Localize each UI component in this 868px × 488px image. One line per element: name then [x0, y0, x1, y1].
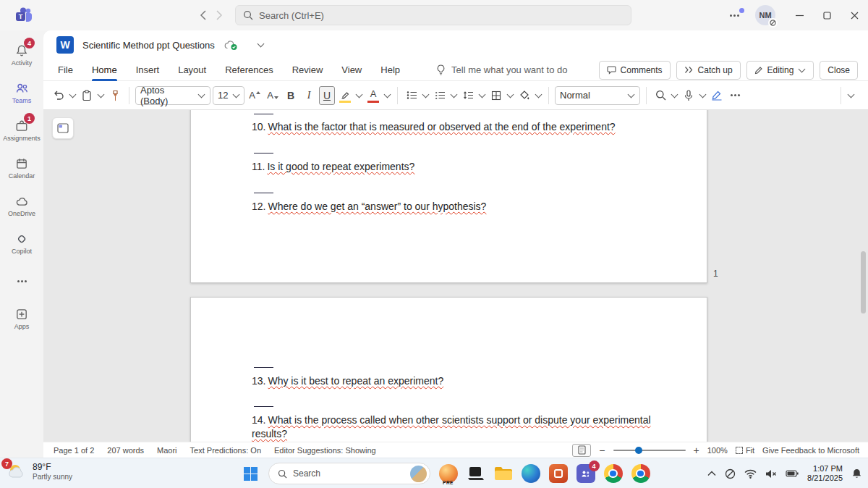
- file-explorer-icon[interactable]: [493, 464, 513, 484]
- line-spacing-chevron-icon[interactable]: [479, 91, 486, 98]
- borders-button[interactable]: [488, 86, 504, 105]
- maximize-button[interactable]: [813, 0, 841, 30]
- sidebar-item-more[interactable]: [1, 262, 42, 300]
- numbering-button[interactable]: [432, 86, 448, 105]
- line-spacing-button[interactable]: [460, 86, 476, 105]
- highlight-color-button[interactable]: [337, 86, 353, 105]
- bullets-chevron-icon[interactable]: [422, 91, 430, 98]
- minimize-button[interactable]: [786, 0, 813, 30]
- volume-muted-icon[interactable]: [765, 469, 777, 479]
- page-2[interactable]: 13.Why is it best to repeat an experimen…: [190, 297, 707, 442]
- sidebar-item-calendar[interactable]: Calendar: [1, 149, 42, 187]
- teams-search[interactable]: [235, 5, 631, 25]
- clock[interactable]: 1:07 PM 8/21/2025: [807, 464, 843, 483]
- menu-help[interactable]: Help: [380, 59, 400, 81]
- zoom-slider-handle[interactable]: [635, 447, 642, 454]
- bold-button[interactable]: B: [283, 86, 299, 105]
- battery-icon[interactable]: [786, 470, 799, 477]
- do-not-disturb-icon[interactable]: [725, 468, 736, 479]
- title-chevron-down-icon[interactable]: [257, 41, 264, 48]
- find-chevron-icon[interactable]: [671, 91, 678, 98]
- find-button[interactable]: [652, 86, 668, 105]
- paste-button[interactable]: [79, 86, 95, 105]
- chrome-profile-icon[interactable]: [631, 464, 650, 484]
- device-app-icon[interactable]: [466, 464, 485, 484]
- weather-widget[interactable]: 7 89°F Partly sunny: [6, 461, 72, 483]
- underline-button[interactable]: U: [319, 86, 335, 105]
- status-language[interactable]: Maori: [157, 446, 177, 455]
- dictate-button[interactable]: [681, 86, 697, 105]
- wifi-icon[interactable]: [744, 469, 757, 479]
- document-canvas[interactable]: 10.What is the factor that is measured o…: [43, 110, 868, 442]
- shrink-font-button[interactable]: A: [265, 86, 281, 105]
- zoom-slider[interactable]: [613, 450, 686, 451]
- font-color-button[interactable]: A: [365, 86, 381, 105]
- sidebar-item-assignments[interactable]: 1 Assignments: [1, 112, 42, 149]
- undo-button[interactable]: [51, 86, 67, 105]
- status-word-count[interactable]: 207 words: [107, 446, 144, 455]
- status-editor-suggestions[interactable]: Editor Suggestions: Showing: [274, 446, 376, 455]
- answer-blank[interactable]: [254, 114, 273, 114]
- styles-select[interactable]: Normal: [555, 86, 640, 105]
- question-line[interactable]: 13.Why is it best to repeat an experimen…: [252, 374, 652, 388]
- answer-blank[interactable]: [254, 406, 273, 407]
- format-painter-button[interactable]: [107, 86, 123, 105]
- editing-mode-button[interactable]: Editing: [746, 61, 814, 80]
- titlebar-more-icon[interactable]: [722, 14, 746, 17]
- forward-arrow-icon[interactable]: [216, 10, 223, 20]
- document-title[interactable]: Scientific Method ppt Questions: [82, 40, 215, 51]
- taskbar-search[interactable]: Search: [268, 463, 430, 484]
- app-store-icon[interactable]: [548, 464, 568, 484]
- search-highlight-image[interactable]: [410, 466, 427, 482]
- avatar[interactable]: NM: [755, 5, 775, 25]
- menu-layout[interactable]: Layout: [178, 59, 206, 81]
- sidebar-item-apps[interactable]: Apps: [1, 300, 42, 337]
- start-button[interactable]: [241, 464, 260, 484]
- notification-bell-icon[interactable]: [851, 468, 862, 479]
- vertical-scrollbar[interactable]: [861, 251, 866, 314]
- status-page-count[interactable]: Page 1 of 2: [54, 446, 94, 455]
- status-text-predictions[interactable]: Text Predictions: On: [190, 446, 261, 455]
- borders-chevron-icon[interactable]: [507, 91, 514, 98]
- font-name-select[interactable]: Aptos (Body): [135, 86, 210, 105]
- menu-file[interactable]: File: [58, 59, 73, 81]
- menu-insert[interactable]: Insert: [136, 59, 160, 81]
- comments-button[interactable]: Comments: [599, 61, 671, 80]
- shading-chevron-icon[interactable]: [535, 91, 542, 98]
- close-document-button[interactable]: Close: [820, 61, 858, 80]
- zoom-out-button[interactable]: −: [599, 445, 605, 456]
- catch-up-button[interactable]: Catch up: [676, 61, 741, 80]
- ribbon-more-button[interactable]: [727, 86, 743, 105]
- tray-expand-chevron-icon[interactable]: [707, 471, 716, 476]
- teams-search-input[interactable]: [259, 10, 624, 21]
- chrome-icon[interactable]: [603, 464, 623, 484]
- numbering-chevron-icon[interactable]: [451, 91, 458, 98]
- italic-button[interactable]: I: [301, 86, 317, 105]
- answer-blank[interactable]: [254, 367, 273, 368]
- highlight-chevron-icon[interactable]: [356, 91, 363, 98]
- paste-chevron-icon[interactable]: [98, 91, 105, 98]
- teams-taskbar-icon[interactable]: 4: [576, 464, 595, 484]
- zoom-in-button[interactable]: +: [694, 445, 699, 456]
- menu-view[interactable]: View: [341, 59, 362, 81]
- question-line[interactable]: 12.Where do we get an “answer” to our hy…: [252, 200, 652, 214]
- sidebar-item-activity[interactable]: 4 Activity: [1, 36, 42, 74]
- font-color-chevron-icon[interactable]: [384, 91, 391, 98]
- ribbon-collapse-chevron-icon[interactable]: [848, 91, 855, 98]
- answer-blank[interactable]: [254, 153, 273, 153]
- question-line[interactable]: 14.What is the process called when other…: [252, 413, 652, 441]
- back-arrow-icon[interactable]: [200, 10, 206, 20]
- editor-button[interactable]: [709, 86, 725, 105]
- zoom-level[interactable]: 100%: [707, 446, 728, 455]
- bullets-button[interactable]: [404, 86, 420, 105]
- print-layout-view-button[interactable]: [572, 444, 591, 457]
- undo-chevron-icon[interactable]: [69, 91, 77, 98]
- question-line[interactable]: 10.What is the factor that is measured o…: [252, 120, 652, 134]
- sidebar-item-copilot[interactable]: Copilot: [1, 224, 42, 262]
- close-button[interactable]: [841, 0, 868, 30]
- sidebar-item-teams[interactable]: Teams: [1, 74, 42, 112]
- question-line[interactable]: 11.Is it good to repeat experiments?: [252, 160, 652, 174]
- shading-button[interactable]: [516, 86, 532, 105]
- menu-home[interactable]: Home: [92, 59, 117, 81]
- menu-references[interactable]: References: [225, 59, 273, 81]
